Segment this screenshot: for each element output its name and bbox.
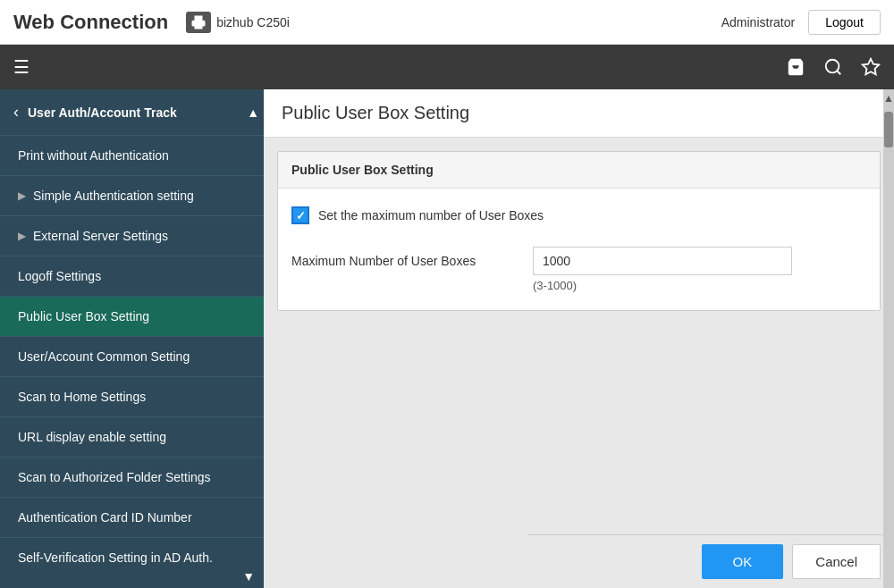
max-user-boxes-checkbox[interactable] [291,206,309,224]
card-header: Public User Box Setting [278,152,880,189]
scroll-up-icon[interactable]: ▲ [247,105,259,120]
field-row: Maximum Number of User Boxes (3-1000) [291,247,866,292]
sidebar-item-scan-to-folder[interactable]: Scan to Authorized Folder Settings [0,458,264,498]
max-user-boxes-input[interactable] [533,247,792,275]
sidebar-item-label: Simple Authentication setting [33,189,194,203]
main-area: ‹ User Auth/Account Track ▲ Print withou… [0,89,894,588]
expand-arrow: ▶ [18,230,26,242]
field-label: Maximum Number of User Boxes [291,247,515,268]
sidebar-title: User Auth/Account Track [28,105,177,120]
sidebar-item-label: Scan to Home Settings [18,390,146,404]
svg-marker-1 [863,59,879,74]
toolbar: ☰ [0,45,894,89]
header-right: Administrator Logout [721,10,881,35]
sidebar-item-user-account-common[interactable]: User/Account Common Setting [0,337,264,377]
sidebar-item-print-without-auth[interactable]: Print without Authentication [0,136,264,176]
scroll-up-arrow[interactable]: ▲ [881,89,894,107]
sidebar-item-label: Logoff Settings [18,269,101,283]
sidebar-item-external-server[interactable]: ▶ External Server Settings [0,216,264,256]
star-icon[interactable] [861,57,881,77]
content-header: Public User Box Setting [264,89,894,138]
logo: Web Connection [13,11,168,34]
bottom-bar: OK Cancel [527,534,894,588]
field-hint: (3-1000) [533,279,792,292]
field-value-wrap: (3-1000) [533,247,792,292]
sidebar-item-url-display[interactable]: URL display enable setting [0,417,264,458]
menu-icon[interactable]: ☰ [13,56,30,78]
cart-icon[interactable] [786,57,805,77]
checkbox-row: Set the maximum number of User Boxes [291,206,866,224]
content-body: Public User Box Setting Set the maximum … [264,138,894,324]
sidebar-item-public-user-box[interactable]: Public User Box Setting [0,297,264,337]
sidebar-item-auth-card[interactable]: Authentication Card ID Number [0,498,264,538]
device-name: bizhub C250i [216,15,290,29]
printer-icon [186,12,211,33]
toolbar-right-icons [786,57,881,77]
scroll-down-button[interactable]: ▼ [0,565,264,588]
back-button[interactable]: ‹ [13,103,19,122]
sidebar-item-label: Scan to Authorized Folder Settings [18,470,211,484]
settings-card: Public User Box Setting Set the maximum … [277,151,881,311]
sidebar-item-label: Authentication Card ID Number [18,510,192,525]
sidebar-item-scan-to-home[interactable]: Scan to Home Settings [0,377,264,417]
sidebar-item-label: Public User Box Setting [18,309,149,323]
sidebar-item-label: External Server Settings [33,229,168,243]
page-title: Public User Box Setting [282,103,469,122]
sidebar-item-label: URL display enable setting [18,430,166,444]
admin-label: Administrator [721,15,795,29]
logout-button[interactable]: Logout [808,10,881,35]
app-title: Web Connection [13,11,168,34]
search-icon[interactable] [823,57,843,77]
expand-arrow: ▶ [18,189,26,202]
device-info: bizhub C250i [186,12,290,33]
card-body: Set the maximum number of User Boxes Max… [278,189,880,310]
sidebar-item-logoff[interactable]: Logoff Settings [0,256,264,297]
content-area: Public User Box Setting Public User Box … [264,89,894,588]
sidebar-item-label: User/Account Common Setting [18,349,190,364]
sidebar: ‹ User Auth/Account Track ▲ Print withou… [0,89,264,588]
sidebar-item-simple-auth[interactable]: ▶ Simple Authentication setting [0,176,264,216]
cancel-button[interactable]: Cancel [792,544,881,579]
content-scrollbar[interactable]: ▲ [883,89,894,588]
ok-button[interactable]: OK [702,544,784,579]
svg-point-0 [826,60,839,73]
scroll-thumb[interactable] [884,112,893,147]
sidebar-item-label: Self-Verification Setting in AD Auth. [18,550,213,565]
header: Web Connection bizhub C250i Administrato… [0,0,894,45]
sidebar-header: ‹ User Auth/Account Track ▲ [0,89,264,136]
sidebar-item-label: Print without Authentication [18,148,169,163]
checkbox-label: Set the maximum number of User Boxes [318,208,544,223]
